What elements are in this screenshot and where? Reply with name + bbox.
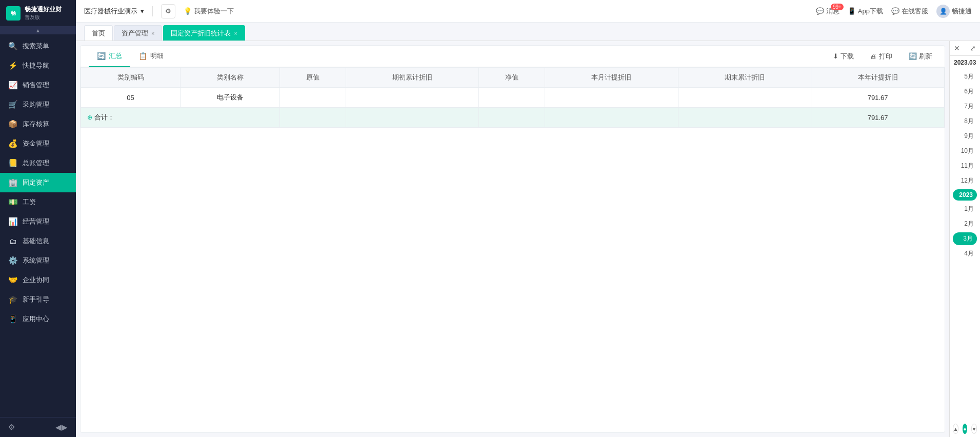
sidebar-label-sales: 销售管理 [23, 81, 49, 90]
month-item-2022-9[interactable]: 9月 [950, 129, 980, 144]
sidebar-item-operations[interactable]: 📊 经营管理 [0, 212, 76, 231]
refresh-button[interactable]: 🔄 刷新 [905, 50, 936, 63]
sidebar-item-basic-info[interactable]: 🗂 基础信息 [0, 231, 76, 251]
panel-close-icon[interactable]: ✕ [954, 44, 960, 52]
sidebar-label-fixed-assets: 固定资产 [23, 178, 49, 187]
sidebar-label-operations: 经营管理 [23, 217, 49, 226]
topbar-divider [152, 6, 153, 16]
cell-category-code: 05 [81, 88, 181, 108]
print-button[interactable]: 🖨 打印 [866, 50, 896, 63]
nav-next[interactable]: ▼ [971, 424, 977, 434]
app-download-button[interactable]: 📱 App下载 [848, 7, 883, 16]
month-item-2023-4[interactable]: 4月 [950, 246, 980, 261]
topbar: 医疗器械行业演示 ▾ ⚙ 💡 我要体验一下 💬 消息 99+ 📱 App下载 💬… [76, 0, 980, 23]
subtotal-period-accum-depr [346, 108, 479, 128]
sidebar-label-inventory: 库存核算 [23, 120, 49, 129]
sidebar-icon-guide: 🎓 [8, 295, 17, 304]
month-item-2023-3[interactable]: 3月 [953, 232, 977, 245]
online-service-icon: 💬 [891, 7, 899, 15]
sidebar-item-salary[interactable]: 💵 工资 [0, 192, 76, 212]
table-header-row: 类别编码 类别名称 原值 期初累计折旧 净值 本月计提折旧 期末累计折旧 本年计… [81, 68, 945, 88]
sub-tab-detail[interactable]: 📋 明细 [130, 46, 172, 67]
topbar-settings-button[interactable]: ⚙ [161, 4, 175, 18]
sidebar-icon-app-center: 📱 [8, 314, 17, 324]
sidebar-label-ledger: 总账管理 [23, 158, 49, 168]
panel-expand-icon[interactable]: ⤢ [970, 44, 976, 52]
month-item-2022-12[interactable]: 12月 [950, 173, 980, 188]
download-button[interactable]: ⬇ 下载 [829, 50, 858, 63]
month-item-2022-5[interactable]: 5月 [950, 69, 980, 84]
experience-button[interactable]: 💡 我要体验一下 [184, 7, 234, 16]
sub-tab-summary[interactable]: 🔄 汇总 [89, 46, 130, 67]
print-icon: 🖨 [870, 52, 877, 60]
sidebar-item-inventory[interactable]: 📦 库存核算 [0, 114, 76, 134]
page-body: 🔄 汇总 📋 明细 ⬇ 下载 🖨 打印 [76, 41, 980, 437]
month-item-2023-2[interactable]: 2月 [950, 216, 980, 231]
sidebar-item-guide[interactable]: 🎓 新手引导 [0, 290, 76, 309]
subtotal-month-depr [545, 108, 678, 128]
right-panel-header: ✕ ⤢ [950, 41, 980, 56]
sidebar-label-app-center: 应用中心 [23, 314, 49, 324]
month-group-2022: 5月 6月 7月 8月 9月 10月 11月 12月 [950, 69, 980, 188]
tab-home[interactable]: 首页 [84, 25, 113, 41]
download-icon: ⬇ [833, 52, 838, 60]
nav-prev[interactable]: ▲ [953, 424, 959, 434]
tab-asset-management-close[interactable]: × [151, 30, 154, 36]
subtotal-label-text: 合计： [94, 113, 114, 122]
sidebar-label-guide: 新手引导 [23, 295, 49, 304]
cell-period-end-accum-depr [678, 88, 811, 108]
company-selector[interactable]: 医疗器械行业演示 ▾ [84, 7, 144, 16]
sidebar-item-ledger[interactable]: 📒 总账管理 [0, 153, 76, 173]
cell-category-name: 电子设备 [181, 88, 280, 108]
download-label: 下载 [841, 52, 854, 61]
brand-info: 畅捷通好业财 普及版 [25, 5, 62, 21]
panel-nav: ▲ ● ▼ [950, 421, 980, 437]
col-month-depr: 本月计提折旧 [545, 68, 678, 88]
experience-label: 我要体验一下 [194, 7, 234, 16]
month-item-2022-7[interactable]: 7月 [950, 99, 980, 114]
month-item-2022-6[interactable]: 6月 [950, 84, 980, 99]
sidebar-label-enterprise: 企业协同 [23, 275, 49, 285]
sidebar-item-sales[interactable]: 📈 销售管理 [0, 75, 76, 95]
sidebar-icon-operations: 📊 [8, 217, 17, 226]
messages-badge: 99+ [831, 4, 844, 10]
cell-year-depr: 791.67 [811, 88, 945, 108]
app-download-icon: 📱 [848, 7, 856, 15]
sidebar-item-search[interactable]: 🔍 搜索菜单 [0, 36, 76, 56]
sub-tab-detail-label: 明细 [150, 51, 164, 61]
sub-tab-summary-label: 汇总 [109, 51, 122, 61]
table-container: 类别编码 类别名称 原值 期初累计折旧 净值 本月计提折旧 期末累计折旧 本年计… [81, 67, 945, 432]
sidebar-footer: ⚙ ◀▶ [0, 417, 76, 437]
refresh-icon: 🔄 [909, 52, 917, 60]
month-item-2022-8[interactable]: 8月 [950, 114, 980, 129]
sidebar-nav: 🔍 搜索菜单 ⚡ 快捷导航 📈 销售管理 🛒 采购管理 📦 库存核算 💰 资金管… [0, 34, 76, 417]
month-item-2022-10[interactable]: 10月 [950, 144, 980, 158]
tab-asset-management[interactable]: 资产管理 × [114, 25, 162, 41]
sidebar-icon-ledger: 📒 [8, 158, 17, 168]
month-item-2022-11[interactable]: 11月 [950, 158, 980, 173]
settings-icon[interactable]: ⚙ [8, 423, 15, 432]
tab-depreciation-table-close[interactable]: × [234, 30, 237, 36]
sidebar-item-app-center[interactable]: 📱 应用中心 [0, 309, 76, 329]
messages-button[interactable]: 💬 消息 99+ [816, 7, 839, 16]
sidebar-item-funds[interactable]: 💰 资金管理 [0, 134, 76, 153]
year-label-2023[interactable]: 2023 [953, 189, 977, 201]
sidebar-icon-salary: 💵 [8, 197, 17, 207]
sidebar-icon-basic-info: 🗂 [8, 237, 17, 246]
sidebar-item-enterprise[interactable]: 🤝 企业协同 [0, 270, 76, 290]
col-net-value: 净值 [479, 68, 545, 88]
sidebar-item-purchase[interactable]: 🛒 采购管理 [0, 95, 76, 114]
tab-depreciation-table[interactable]: 固定资产折旧统计表 × [163, 25, 245, 41]
collapse-icon[interactable]: ◀▶ [55, 423, 68, 432]
sidebar-scroll-up[interactable]: ▲ [0, 27, 76, 34]
tab-depreciation-table-label: 固定资产折旧统计表 [171, 29, 231, 38]
tab-asset-management-label: 资产管理 [122, 29, 148, 38]
sidebar-item-quick-nav[interactable]: ⚡ 快捷导航 [0, 56, 76, 75]
nav-current[interactable]: ● [963, 424, 967, 434]
sidebar-item-fixed-assets[interactable]: 🏢 固定资产 [0, 173, 76, 192]
col-year-depr: 本年计提折旧 [811, 68, 945, 88]
sidebar-item-system[interactable]: ⚙️ 系统管理 [0, 251, 76, 270]
online-service-button[interactable]: 💬 在线客服 [891, 7, 928, 16]
user-menu[interactable]: 👤 畅捷通 [936, 5, 972, 18]
month-item-2023-1[interactable]: 1月 [950, 202, 980, 216]
